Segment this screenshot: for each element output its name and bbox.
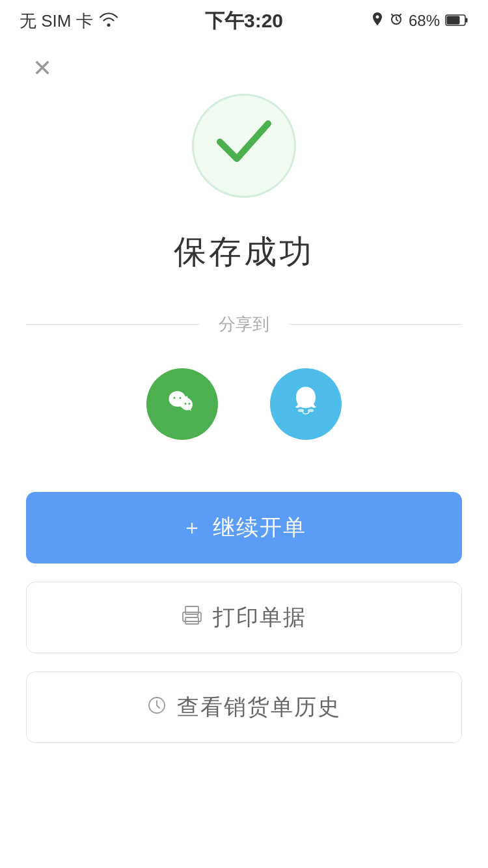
success-title: 保存成功 xyxy=(174,230,314,274)
print-button[interactable]: 打印单据 xyxy=(26,582,462,653)
wechat-share-button[interactable] xyxy=(146,368,218,440)
print-button-label: 打印单据 xyxy=(213,603,306,632)
status-time: 下午3:20 xyxy=(205,8,283,34)
svg-rect-6 xyxy=(185,606,198,614)
share-icons xyxy=(146,368,342,440)
svg-rect-3 xyxy=(447,16,460,25)
status-left: 无 SIM 卡 xyxy=(20,10,118,33)
continue-button[interactable]: ＋ 继续开单 xyxy=(26,492,462,563)
qq-share-button[interactable] xyxy=(270,368,342,440)
plus-icon: ＋ xyxy=(182,513,202,542)
main-content: 保存成功 分享到 xyxy=(0,42,488,743)
battery-level: 68% xyxy=(409,12,440,30)
checkmark-icon xyxy=(215,118,273,174)
sim-status: 无 SIM 卡 xyxy=(20,10,93,33)
close-icon: ✕ xyxy=(33,57,52,80)
status-right: 68% xyxy=(371,12,468,30)
divider-line-right xyxy=(289,324,462,325)
wechat-icon xyxy=(161,379,203,429)
qq-icon xyxy=(286,381,325,428)
svg-point-9 xyxy=(197,615,199,617)
divider-line-left xyxy=(26,324,199,325)
share-label: 分享到 xyxy=(199,313,289,336)
battery-icon xyxy=(445,12,468,30)
status-bar: 无 SIM 卡 下午3:20 68% xyxy=(0,0,488,42)
buttons-section: ＋ 继续开单 打印单据 查看销货单历史 xyxy=(0,492,488,743)
success-icon-circle xyxy=(192,94,296,198)
history-button[interactable]: 查看销货单历史 xyxy=(26,671,462,743)
location-icon xyxy=(371,12,384,30)
svg-rect-8 xyxy=(185,617,198,624)
share-divider: 分享到 xyxy=(0,313,488,336)
alarm-icon xyxy=(389,12,403,30)
svg-rect-2 xyxy=(465,18,468,23)
close-button[interactable]: ✕ xyxy=(26,52,59,85)
wifi-icon xyxy=(100,11,118,31)
print-icon xyxy=(182,606,202,630)
history-icon xyxy=(147,696,167,720)
history-button-label: 查看销货单历史 xyxy=(177,692,341,722)
continue-button-label: 继续开单 xyxy=(213,513,306,543)
